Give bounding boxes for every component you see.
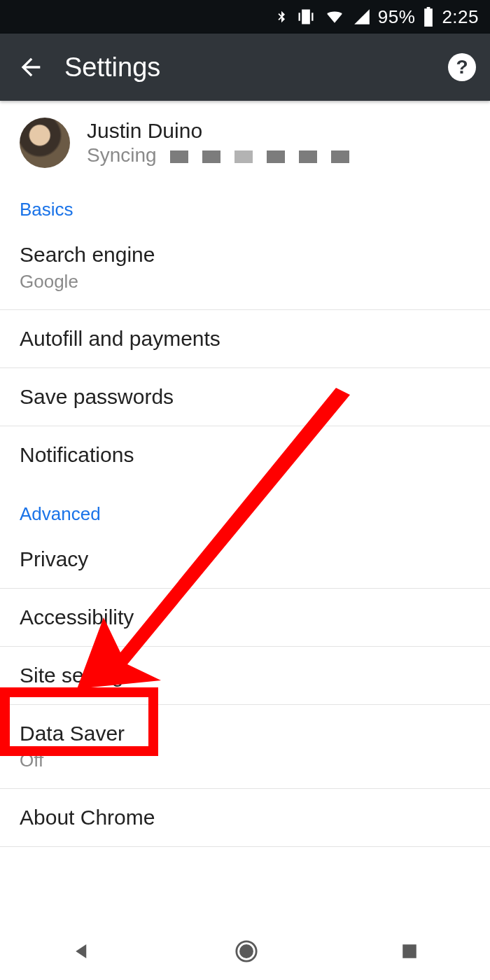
avatar [20,118,70,168]
help-button[interactable]: ? [448,53,476,81]
row-title: Autofill and payments [20,327,470,351]
row-site-settings[interactable]: Site settings [0,647,490,705]
row-value: Google [20,271,470,293]
status-bar: 95% 2:25 [0,0,490,34]
section-advanced: Advanced [0,484,490,531]
circle-home-icon [234,939,258,963]
row-title: Notifications [20,443,470,467]
square-recents-icon [400,942,419,960]
battery-percent: 95% [378,6,416,28]
row-title: Privacy [20,547,470,571]
row-autofill[interactable]: Autofill and payments [0,310,490,368]
row-title: Site settings [20,664,470,687]
row-title: Data Saver [20,722,470,746]
row-search-engine[interactable]: Search engine Google [0,226,490,310]
arrow-back-icon [17,53,45,81]
cellular-icon [353,8,371,26]
battery-icon [422,7,435,27]
row-privacy[interactable]: Privacy [0,531,490,589]
app-bar: Settings ? [0,34,490,101]
svg-rect-3 [403,944,417,958]
page-title: Settings [64,52,448,83]
nav-home-button[interactable] [234,939,258,966]
nav-recents-button[interactable] [400,942,419,963]
nav-back-button[interactable] [71,941,92,965]
row-title: Accessibility [20,606,470,629]
row-notifications[interactable]: Notifications [0,426,490,484]
wifi-icon [323,8,346,26]
section-basics: Basics [0,196,490,226]
settings-content: Justin Duino Syncing Basics Search engin… [0,101,490,847]
svg-point-2 [239,944,253,958]
help-icon: ? [456,56,468,78]
clock: 2:25 [442,6,479,28]
row-title: About Chrome [20,806,470,830]
account-row[interactable]: Justin Duino Syncing [0,101,490,196]
account-name: Justin Duino [87,119,349,143]
row-data-saver[interactable]: Data Saver Off [0,705,490,789]
bluetooth-icon [274,6,288,27]
redacted-email [170,150,349,163]
account-status: Syncing [87,144,349,167]
row-title: Save passwords [20,385,470,409]
row-accessibility[interactable]: Accessibility [0,589,490,647]
back-button[interactable] [14,50,48,84]
vibrate-icon [295,7,316,27]
row-save-passwords[interactable]: Save passwords [0,368,490,426]
triangle-back-icon [71,941,92,962]
row-value: Off [20,750,470,771]
row-title: Search engine [20,243,470,267]
android-nav-bar [0,925,490,980]
row-about-chrome[interactable]: About Chrome [0,789,490,847]
